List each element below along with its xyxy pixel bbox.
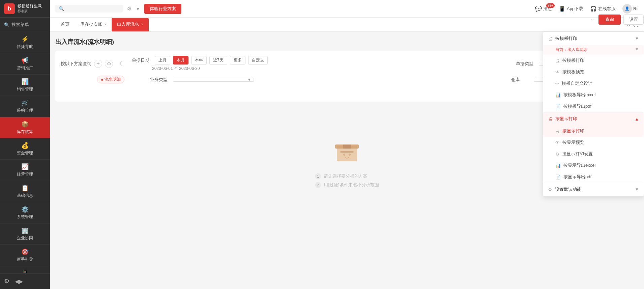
message-icon: 💬	[535, 5, 542, 12]
template-print-item[interactable]: 🖨 按模板打印	[543, 55, 644, 66]
topbar-settings-icon[interactable]: ⚙	[127, 5, 131, 12]
tab-batch-close[interactable]: ×	[104, 22, 106, 26]
sidebar-item-label: 系统管理	[17, 214, 33, 220]
display-print-header-label: 按显示打印	[555, 116, 577, 122]
default-func-icon: ⚙	[548, 187, 552, 192]
template-print-header-label: 按模板打印	[555, 35, 577, 42]
marketing-icon: 📢	[21, 57, 29, 64]
tabs-bar: 首页 库存批次账 × 出入库流水 × ✕ ⛶	[50, 18, 644, 32]
online-service-btn[interactable]: 🎧 在线客服	[590, 5, 616, 12]
app-icon: 📱	[21, 269, 29, 273]
display-print-section: 🖨 按显示打印 ▲ 🖨 按显示打印 👁 按显示预览 ⚙ 按显示打印设置 📊 按显…	[543, 112, 644, 183]
template-export-pdf-item[interactable]: 📄 按模板导出pdf	[543, 101, 644, 112]
template-preview-item[interactable]: 👁 按模板预览	[543, 66, 644, 78]
display-preview-item[interactable]: 👁 按显示预览	[543, 137, 644, 148]
warehouse-label: 仓库	[511, 77, 531, 83]
display-print-settings-label: 按显示打印设置	[562, 151, 593, 157]
sidebar-search-area[interactable]: 🔍 搜索菜单	[0, 18, 50, 32]
sidebar-item-sales[interactable]: 📊 销售管理	[0, 75, 50, 96]
tab-flow[interactable]: 出入库流水 ×	[112, 18, 148, 31]
sidebar-item-guide[interactable]: 🎯 新手引导	[0, 245, 50, 266]
template-export-pdf-label: 按模板导出pdf	[563, 103, 591, 109]
sidebar-collapse-icon[interactable]: ◀▶	[15, 278, 23, 285]
biz-type-select[interactable]	[173, 78, 254, 82]
search-menu-label: 搜索菜单	[11, 22, 29, 28]
sidebar-item-inventory[interactable]: 📦 库存核算	[0, 117, 50, 138]
svg-rect-2	[343, 144, 351, 149]
date-filter-label: 单据日期	[132, 57, 152, 63]
sidebar-settings-icon[interactable]: ⚙	[4, 278, 9, 285]
sidebar-item-app[interactable]: 📱 应用中心	[0, 266, 50, 273]
default-func-section: ⚙ 设置默认功能 ▼	[543, 183, 644, 196]
display-print-header-icon: 🖨	[548, 116, 553, 122]
biz-type-select-wrapper: ▼	[173, 78, 254, 82]
filter-setting-btn[interactable]: ⚙	[105, 60, 113, 68]
industry-btn[interactable]: 体验行业方案	[144, 4, 181, 14]
finance-icon: 💰	[21, 142, 29, 149]
template-preview-item-label: 按模板预览	[562, 69, 584, 75]
filter-add-btn[interactable]: +	[94, 60, 102, 68]
system-icon: ⚙️	[21, 206, 29, 213]
sidebar-item-shortcut[interactable]: ⚡ 快捷导航	[0, 32, 50, 53]
default-func-header[interactable]: ⚙ 设置默认功能 ▼	[543, 183, 644, 196]
topbar: 🔍 ⚙ ▼ 体验行业方案 💬 消息 99+ 📱 App下载 🎧 在线客服 👤	[50, 0, 644, 18]
date-btn-more[interactable]: 更多	[230, 56, 245, 64]
sidebar-item-basic[interactable]: 📋 基础信息	[0, 181, 50, 202]
sidebar-item-finance[interactable]: 💰 资金管理	[0, 138, 50, 160]
online-service-icon: 🎧	[590, 5, 597, 12]
template-print-header[interactable]: 🖨 按模板打印 ▼	[543, 32, 644, 45]
current-label-text: 当前：出入库流水	[555, 47, 588, 52]
sidebar: b 畅捷通好生意 标准版 🔍 搜索菜单 ⚡ 快捷导航 📢 营销推广 📊 销售管理…	[0, 0, 50, 289]
user-info[interactable]: 👤 Rit	[622, 4, 639, 14]
message-btn[interactable]: 💬 消息 99+	[535, 5, 552, 12]
sidebar-item-label: 销售管理	[17, 86, 33, 92]
sidebar-item-label: 基础信息	[17, 193, 33, 199]
svg-point-4	[343, 154, 345, 156]
template-export-excel-item[interactable]: 📊 按模板导出excel	[543, 89, 644, 101]
flow-tag[interactable]: ● 流水明细	[97, 76, 124, 83]
sidebar-item-system[interactable]: ⚙️ 系统管理	[0, 202, 50, 224]
display-print-settings-item[interactable]: ⚙ 按显示打印设置	[543, 148, 644, 160]
display-export-excel-item[interactable]: 📊 按显示导出excel	[543, 160, 644, 171]
topbar-dropdown-icon[interactable]: ▼	[136, 6, 140, 11]
sidebar-item-label: 企业协同	[17, 235, 33, 241]
tab-flow-close[interactable]: ×	[141, 22, 143, 26]
sidebar-item-label: 资金管理	[17, 150, 33, 156]
date-btn-last-month[interactable]: 上月	[155, 56, 170, 64]
date-btn-7days[interactable]: 近7天	[209, 56, 227, 64]
settings-btn[interactable]: 设置	[623, 15, 644, 25]
search-menu-btn[interactable]: 🔍 搜索菜单	[4, 20, 46, 29]
tab-batch[interactable]: 库存批次账 ×	[75, 18, 112, 31]
display-print-item[interactable]: 🖨 按显示打印	[543, 125, 644, 137]
template-print-item-icon: 🖨	[555, 58, 560, 63]
biz-type-label: 业务类型	[150, 77, 170, 83]
operation-icon: 📈	[21, 163, 29, 170]
sidebar-item-enterprise[interactable]: 🏢 企业协同	[0, 224, 50, 245]
display-preview-item-icon: 👁	[555, 140, 560, 145]
template-custom-item[interactable]: ✏ 模板自定义设计	[543, 78, 644, 89]
sales-icon: 📊	[21, 78, 29, 85]
template-print-section: 🖨 按模板打印 ▼ 当前：出入库流水 ▼ 🖨 按模板打印 👁 按模板预览 ✏ 模…	[543, 32, 644, 112]
filter-collapse-btn[interactable]: 《	[116, 60, 124, 68]
flow-tag-label: 流水明细	[105, 77, 121, 82]
app-download-btn[interactable]: 📱 App下载	[559, 5, 583, 12]
topbar-search[interactable]: 🔍	[55, 5, 123, 12]
display-export-pdf-label: 按显示导出pdf	[563, 174, 591, 180]
date-btn-this-month[interactable]: 本月	[173, 56, 188, 64]
date-btn-custom[interactable]: 自定义	[248, 56, 268, 64]
display-print-header[interactable]: 🖨 按显示打印 ▲	[543, 112, 644, 125]
display-export-pdf-item[interactable]: 📄 按显示导出pdf	[543, 171, 644, 183]
date-range: 2023-06-01 至 2023-06-30	[152, 66, 268, 72]
page-title: 出入库流水(流水明细)	[55, 38, 114, 46]
sidebar-item-operation[interactable]: 📈 经营管理	[0, 160, 50, 181]
username: Rit	[633, 6, 639, 11]
sidebar-item-marketing[interactable]: 📢 营销推广	[0, 53, 50, 75]
query-btn[interactable]: 查询	[598, 15, 621, 25]
date-btn-this-year[interactable]: 本年	[191, 56, 207, 64]
topbar-search-icon: 🔍	[59, 6, 64, 11]
dropdown-more-btn[interactable]: ···	[591, 16, 596, 23]
tab-home[interactable]: 首页	[55, 18, 75, 31]
display-export-pdf-icon: 📄	[555, 175, 561, 180]
sidebar-item-purchase[interactable]: 🛒 采购管理	[0, 96, 50, 117]
tab-home-label: 首页	[61, 21, 69, 27]
